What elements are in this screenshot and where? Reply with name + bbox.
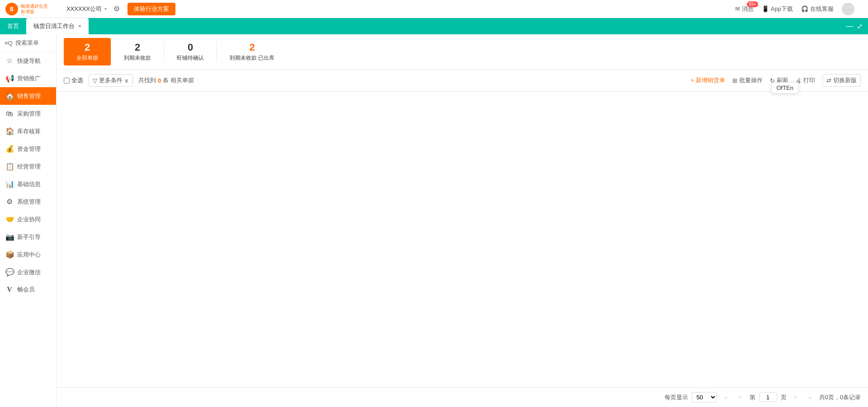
- summary-card-overdue[interactable]: 2 到期未收款: [111, 38, 164, 65]
- nav-tabs: 首页 钱货日清工作台 × — ⤢: [0, 18, 868, 34]
- print-button[interactable]: 🖨 打印: [796, 76, 815, 84]
- guide-icon: 📷: [5, 233, 14, 241]
- sidebar-item-label: 采购管理: [17, 110, 41, 118]
- sidebar-item-label: 基础信息: [17, 180, 41, 188]
- cooperation-icon: 🤝: [5, 215, 14, 224]
- search-icon: ≡Q: [5, 40, 13, 47]
- sidebar-item-label: 营销推广: [17, 75, 41, 83]
- sidebar-item-marketing[interactable]: 📢 营销推广: [0, 70, 56, 87]
- app-download-label: App下载: [771, 5, 793, 13]
- sidebar-item-label: 经营管理: [17, 163, 41, 171]
- table-area: [57, 92, 868, 387]
- filter-button[interactable]: ▽ 更多条件 ∨: [89, 74, 133, 87]
- found-prefix: 共找到: [138, 76, 156, 84]
- sidebar-search[interactable]: ≡Q 搜索菜单: [0, 34, 56, 52]
- tab-home-label: 首页: [7, 22, 19, 30]
- member-icon: V: [5, 285, 14, 294]
- settings-icon[interactable]: ⚙: [110, 3, 123, 15]
- sidebar-item-purchase[interactable]: 🛍 采购管理: [0, 105, 56, 122]
- app-center-icon: 📦: [5, 250, 14, 259]
- found-suffix: 相关单据: [170, 76, 194, 84]
- new-sale-button[interactable]: + 新增销货单: [691, 76, 725, 84]
- app-download-icon: 📱: [762, 5, 769, 12]
- quick-nav-icon: ☆: [5, 56, 14, 65]
- summary-card-overdue-shipped[interactable]: 2 到期未收款 已出库: [217, 38, 287, 65]
- experience-button[interactable]: 体验行业方案: [127, 3, 175, 15]
- sidebar-item-basic-info[interactable]: 📊 基础信息: [0, 175, 56, 193]
- batch-op-label: 批量操作: [739, 76, 763, 84]
- sidebar-item-label: 畅会员: [17, 285, 35, 294]
- sidebar-item-app-center[interactable]: 📦 应用中心: [0, 246, 56, 263]
- message-button[interactable]: ✉ 消息 99+: [735, 5, 754, 13]
- total-info: 共0页，0条记录: [819, 393, 861, 402]
- basic-info-icon: 📊: [5, 180, 14, 188]
- avatar[interactable]: [842, 3, 854, 15]
- summary-card-all-label: 全部单据: [76, 54, 98, 62]
- sidebar-item-finance[interactable]: 💰 资金管理: [0, 140, 56, 158]
- select-all-input[interactable]: [64, 78, 70, 84]
- logo-icon: 6: [5, 3, 18, 15]
- last-page-button[interactable]: »: [805, 392, 816, 403]
- sidebar-item-label: 销售管理: [17, 92, 41, 100]
- toolbar: 全选 ▽ 更多条件 ∨ 共找到 0 条 相关单据 + 新增销货单 ⊞ 批量操作: [57, 70, 868, 92]
- page-size-label: 每页显示: [665, 393, 688, 402]
- pagination: 每页显示 50 10 20 100 « < 第 页 > » 共0页，0条记录: [57, 387, 868, 407]
- switch-label: 切换新版: [833, 76, 857, 84]
- sidebar-item-label: 应用中心: [17, 251, 41, 259]
- switch-icon: ⇄: [826, 77, 831, 84]
- filter-chevron-icon: ∨: [124, 77, 129, 84]
- sidebar: ≡Q 搜索菜单 ☆ 快捷导航 📢 营销推广 🏠 销售管理 🛍 采购管理 🏠 库存…: [0, 34, 57, 407]
- online-service-button[interactable]: 🎧 在线客服: [801, 5, 834, 13]
- summary-card-wangpu[interactable]: 0 旺铺待确认: [164, 38, 217, 65]
- found-count: 0: [158, 77, 161, 84]
- online-service-label: 在线客服: [810, 5, 834, 13]
- sidebar-item-label: 系统管理: [17, 198, 41, 206]
- sidebar-item-member[interactable]: V 畅会员: [0, 281, 56, 298]
- logo-text: 畅捷通好生意 标准版: [21, 4, 48, 14]
- company-name: XXXXXX公司: [66, 5, 102, 13]
- main-layout: ≡Q 搜索菜单 ☆ 快捷导航 📢 营销推广 🏠 销售管理 🛍 采购管理 🏠 库存…: [0, 34, 868, 407]
- finance-icon: 💰: [5, 145, 14, 153]
- summary-card-overdue-count: 2: [135, 42, 140, 53]
- summary-card-overdue-label: 到期未收款: [124, 54, 151, 62]
- sales-icon: 🏠: [5, 92, 14, 100]
- sidebar-item-sales[interactable]: 🏠 销售管理: [0, 87, 56, 105]
- summary-card-overdue-shipped-label: 到期未收款 已出库: [230, 54, 274, 62]
- top-header: 6 畅捷通好生意 标准版 XXXXXX公司 ▾ ⚙ 体验行业方案 ✉ 消息 99…: [0, 0, 868, 18]
- sidebar-item-cooperation[interactable]: 🤝 企业协同: [0, 211, 56, 228]
- tab-home[interactable]: 首页: [0, 18, 26, 34]
- page-input[interactable]: [759, 393, 777, 402]
- summary-cards: 2 全部单据 2 到期未收款 0 旺铺待确认 2 到期未收款 已出库: [57, 34, 868, 70]
- sidebar-item-label: 资金管理: [17, 145, 41, 153]
- tab-work-bench[interactable]: 钱货日清工作台 ×: [26, 18, 89, 34]
- company-selector[interactable]: XXXXXX公司 ▾: [66, 5, 107, 13]
- sidebar-item-operations[interactable]: 📋 经营管理: [0, 158, 56, 175]
- next-page-button[interactable]: >: [790, 392, 801, 403]
- batch-op-button[interactable]: ⊞ 批量操作: [732, 76, 763, 84]
- sidebar-item-system[interactable]: ⚙ 系统管理: [0, 193, 56, 211]
- first-page-button[interactable]: «: [721, 392, 731, 403]
- summary-card-all[interactable]: 2 全部单据: [64, 38, 111, 65]
- tab-close-icon[interactable]: ×: [78, 23, 81, 29]
- content-area: 2 全部单据 2 到期未收款 0 旺铺待确认 2 到期未收款 已出库: [57, 34, 868, 407]
- sidebar-item-quick-nav[interactable]: ☆ 快捷导航: [0, 52, 56, 70]
- select-all-checkbox[interactable]: 全选: [64, 76, 83, 84]
- summary-card-wangpu-label: 旺铺待确认: [177, 54, 204, 62]
- prev-page-button[interactable]: <: [735, 392, 746, 403]
- page-size-select[interactable]: 50 10 20 100: [692, 392, 717, 402]
- sidebar-item-inventory[interactable]: 🏠 库存核算: [0, 122, 56, 140]
- print-label: 打印: [803, 76, 815, 84]
- sidebar-item-wechat[interactable]: 💬 企业微信: [0, 263, 56, 281]
- app-download-button[interactable]: 📱 App下载: [762, 5, 793, 13]
- sidebar-item-guide[interactable]: 📷 新手引导: [0, 228, 56, 246]
- switch-version-button[interactable]: ⇄ 切换新版: [822, 74, 861, 87]
- sidebar-item-label: 库存核算: [17, 127, 41, 136]
- filter-label: 更多条件: [99, 76, 123, 84]
- inventory-icon: 🏠: [5, 127, 14, 136]
- found-info: 共找到 0 条 相关单据: [138, 76, 194, 84]
- logo-area: 6 畅捷通好生意 标准版: [5, 3, 62, 15]
- tab-minimize-icon[interactable]: —: [846, 22, 853, 30]
- header-right: ✉ 消息 99+ 📱 App下载 🎧 在线客服: [735, 3, 863, 15]
- tab-maximize-icon[interactable]: ⤢: [857, 22, 863, 31]
- search-label: 搜索菜单: [15, 39, 39, 47]
